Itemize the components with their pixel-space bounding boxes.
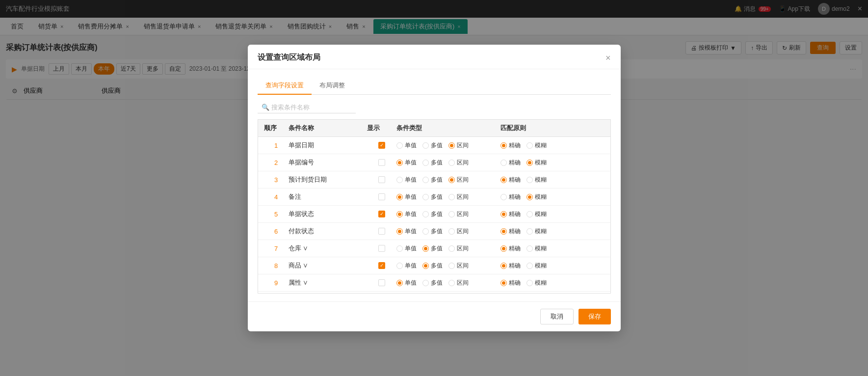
match-radio-item[interactable]: 精确 — [500, 141, 521, 150]
radio-circle — [448, 142, 455, 149]
tab-layout-adjust[interactable]: 布局调整 — [312, 77, 353, 95]
match-radio-item[interactable]: 模糊 — [526, 244, 547, 253]
match-radio-item[interactable]: 精确 — [500, 159, 521, 167]
row-order: 7 — [264, 245, 289, 252]
row-order: 6 — [264, 228, 289, 235]
match-radio-item[interactable]: 精确 — [500, 244, 521, 253]
display-checkbox[interactable] — [378, 176, 385, 183]
radio-circle — [500, 263, 507, 269]
match-radio-item[interactable]: 模糊 — [526, 176, 547, 184]
row-order: 9 — [264, 279, 289, 287]
table-row: 2单据编号单值多值区间精确模糊 — [258, 154, 610, 171]
display-checkbox[interactable] — [378, 262, 385, 269]
type-radio-group: 单值多值区间 — [396, 141, 500, 150]
display-checkbox[interactable] — [378, 228, 385, 235]
save-button[interactable]: 保存 — [579, 309, 611, 324]
header-order: 顺序 — [264, 124, 289, 133]
match-radio-item[interactable]: 模糊 — [526, 159, 547, 167]
radio-circle — [396, 245, 403, 252]
radio-circle — [422, 142, 429, 149]
type-radio-group: 单值多值区间 — [396, 262, 500, 270]
type-radio-item[interactable]: 单值 — [396, 141, 417, 150]
row-order: 4 — [264, 193, 289, 201]
radio-circle — [526, 177, 533, 183]
type-radio-item[interactable]: 多值 — [422, 159, 443, 167]
match-radio-item[interactable]: 模糊 — [526, 227, 547, 236]
type-radio-item[interactable]: 单值 — [396, 176, 417, 184]
type-radio-item[interactable]: 单值 — [396, 227, 417, 236]
radio-circle — [448, 177, 455, 183]
modal-close-button[interactable]: × — [605, 54, 611, 62]
header-type: 条件类型 — [396, 124, 500, 133]
type-radio-item[interactable]: 多值 — [422, 227, 443, 236]
radio-circle — [448, 245, 455, 252]
type-radio-item[interactable]: 区间 — [448, 244, 469, 253]
match-radio-item[interactable]: 模糊 — [526, 193, 547, 201]
type-radio-item[interactable]: 单值 — [396, 159, 417, 167]
match-radio-item[interactable]: 精确 — [500, 210, 521, 218]
radio-circle — [500, 160, 507, 166]
match-radio-group: 精确模糊 — [500, 227, 605, 236]
type-radio-item[interactable]: 单值 — [396, 262, 417, 270]
display-checkbox[interactable] — [378, 279, 385, 286]
match-radio-item[interactable]: 精确 — [500, 227, 521, 236]
radio-circle — [396, 228, 403, 235]
row-display-cell — [367, 211, 396, 217]
match-radio-item[interactable]: 模糊 — [526, 210, 547, 218]
radio-circle — [422, 245, 429, 252]
radio-circle — [500, 280, 507, 286]
type-radio-item[interactable]: 区间 — [448, 210, 469, 218]
type-radio-item[interactable]: 区间 — [448, 176, 469, 184]
type-radio-item[interactable]: 区间 — [448, 159, 469, 167]
type-radio-item[interactable]: 多值 — [422, 176, 443, 184]
type-radio-item[interactable]: 单值 — [396, 210, 417, 218]
radio-circle — [396, 177, 403, 183]
radio-circle — [526, 160, 533, 166]
radio-circle — [396, 211, 403, 217]
match-radio-item[interactable]: 精确 — [500, 193, 521, 201]
radio-circle — [422, 263, 429, 269]
type-radio-item[interactable]: 多值 — [422, 279, 443, 287]
radio-circle — [422, 211, 429, 217]
modal-overlay: 设置查询区域布局 × 查询字段设置 布局调整 🔍 — [0, 0, 868, 376]
type-radio-item[interactable]: 多值 — [422, 193, 443, 201]
type-radio-item[interactable]: 区间 — [448, 279, 469, 287]
modal-title: 设置查询区域布局 — [258, 53, 320, 63]
match-radio-item[interactable]: 精确 — [500, 279, 521, 287]
type-radio-item[interactable]: 单值 — [396, 279, 417, 287]
match-radio-item[interactable]: 模糊 — [526, 279, 547, 287]
type-radio-item[interactable]: 单值 — [396, 244, 417, 253]
type-radio-item[interactable]: 区间 — [448, 141, 469, 150]
display-checkbox[interactable] — [378, 245, 385, 252]
search-input[interactable] — [271, 104, 345, 111]
match-radio-item[interactable]: 精确 — [500, 262, 521, 270]
type-radio-item[interactable]: 区间 — [448, 193, 469, 201]
display-checkbox[interactable] — [378, 142, 385, 149]
match-radio-item[interactable]: 模糊 — [526, 262, 547, 270]
table-row: 9属性 ∨单值多值区间精确模糊 — [258, 274, 610, 292]
type-radio-item[interactable]: 多值 — [422, 244, 443, 253]
display-checkbox[interactable] — [378, 211, 385, 217]
type-radio-item[interactable]: 多值 — [422, 210, 443, 218]
table-row: 10有无商品图片单值多值区间精确模糊 — [258, 292, 610, 294]
type-radio-item[interactable]: 区间 — [448, 227, 469, 236]
cancel-button[interactable]: 取消 — [540, 309, 574, 324]
radio-circle — [526, 194, 533, 200]
search-icon: 🔍 — [262, 104, 269, 111]
type-radio-item[interactable]: 多值 — [422, 262, 443, 270]
type-radio-group: 单值多值区间 — [396, 279, 500, 287]
type-radio-item[interactable]: 多值 — [422, 141, 443, 150]
radio-circle — [448, 280, 455, 286]
modal-footer: 取消 保存 — [248, 301, 621, 331]
display-checkbox[interactable] — [378, 159, 385, 166]
display-checkbox[interactable] — [378, 193, 385, 200]
radio-circle — [422, 160, 429, 166]
match-radio-item[interactable]: 精确 — [500, 176, 521, 184]
radio-circle — [448, 228, 455, 235]
tab-query-fields[interactable]: 查询字段设置 — [258, 77, 312, 95]
row-display-cell — [367, 245, 396, 252]
radio-circle — [500, 194, 507, 200]
type-radio-item[interactable]: 区间 — [448, 262, 469, 270]
match-radio-item[interactable]: 模糊 — [526, 141, 547, 150]
type-radio-item[interactable]: 单值 — [396, 193, 417, 201]
